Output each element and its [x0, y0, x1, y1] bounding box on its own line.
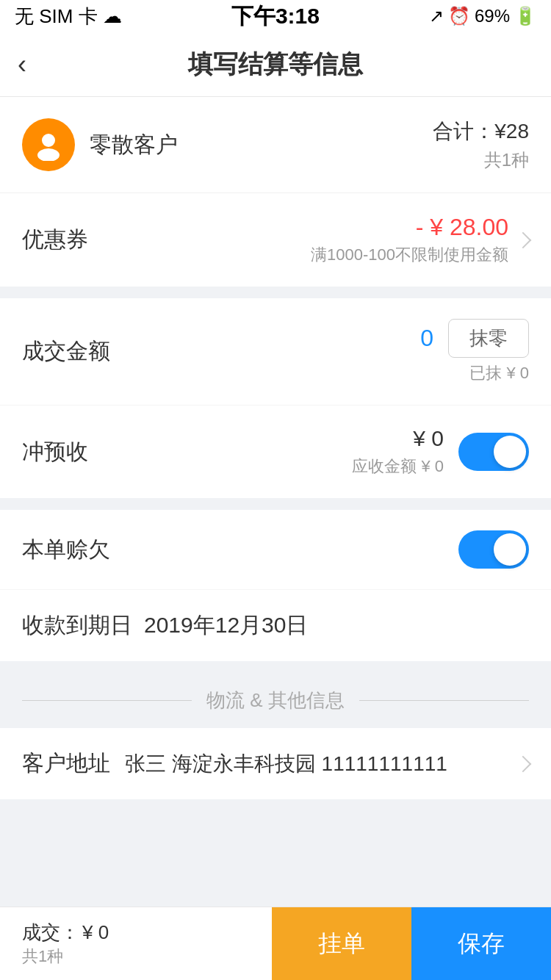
- status-bar-left: 无 SIM 卡 ☁: [15, 4, 122, 29]
- round-button[interactable]: 抹零: [448, 319, 529, 358]
- avatar-icon: [32, 129, 65, 161]
- bottom-deal-info: 成交： ¥ 0 共1种: [0, 907, 272, 980]
- logistics-label: 物流 & 其他信息: [206, 688, 345, 713]
- customer-summary: 合计：¥28 共1种: [433, 118, 529, 172]
- coupon-desc: 满1000-100不限制使用金额: [311, 244, 508, 266]
- pre-receipt-toggle[interactable]: [458, 433, 529, 471]
- deal-label: 成交金额: [22, 336, 110, 367]
- chevron-right-icon: [515, 231, 532, 248]
- due-date-row[interactable]: 收款到期日 2019年12月30日: [0, 589, 551, 661]
- battery-text: 69%: [475, 6, 510, 26]
- location-icon: ↗: [429, 6, 444, 26]
- address-value: 张三 海淀永丰科技园 11111111111: [110, 750, 517, 778]
- save-button[interactable]: 保存: [411, 907, 551, 980]
- address-chevron-icon: [515, 755, 532, 772]
- no-sim-text: 无 SIM 卡 ☁: [15, 4, 122, 29]
- status-bar-time: 下午3:18: [231, 1, 320, 32]
- nav-bar: ‹ 填写结算等信息: [0, 32, 551, 97]
- avatar: [22, 118, 75, 171]
- bottom-count: 共1种: [22, 945, 250, 968]
- coupon-label: 优惠券: [22, 225, 88, 255]
- status-bar: 无 SIM 卡 ☁ 下午3:18 ↗ ⏰ 69% 🔋: [0, 0, 551, 32]
- deal-row: 成交金额 0 抹零 已抹 ¥ 0: [0, 298, 551, 406]
- logistics-divider: 物流 & 其他信息: [0, 673, 551, 728]
- back-button[interactable]: ‹: [18, 49, 26, 80]
- toggle-knob: [494, 436, 526, 468]
- svg-point-1: [37, 148, 60, 161]
- pre-receipt-sub: 应收金额 ¥ 0: [352, 455, 444, 478]
- bottom-bar: 成交： ¥ 0 共1种 挂单 保存: [0, 907, 551, 980]
- debt-toggle[interactable]: [458, 530, 529, 569]
- debt-section: 本单赊欠 收款到期日 2019年12月30日: [0, 510, 551, 661]
- deal-amount-value: 0: [420, 325, 433, 352]
- bottom-deal-row: 成交： ¥ 0: [22, 920, 250, 945]
- pre-receipt-label: 冲预收: [22, 437, 88, 467]
- coupon-right: - ¥ 28.00 满1000-100不限制使用金额: [311, 214, 529, 266]
- address-section: 客户地址 张三 海淀永丰科技园 11111111111: [0, 728, 551, 799]
- deal-sub-text: 已抹 ¥ 0: [420, 362, 529, 384]
- page-title: 填写结算等信息: [188, 48, 363, 82]
- bottom-deal-label: 成交：: [22, 920, 79, 945]
- due-date-value: 2019年12月30日: [144, 610, 308, 641]
- customer-section: 零散客户 合计：¥28 共1种 优惠券 - ¥ 28.00 满1000-100不…: [0, 97, 551, 287]
- customer-row: 零散客户 合计：¥28 共1种: [0, 97, 551, 192]
- bottom-deal-amount: ¥ 0: [82, 921, 109, 944]
- battery-icon: 🔋: [514, 6, 536, 26]
- divider-line-right: [359, 700, 529, 701]
- divider-line-left: [22, 700, 192, 701]
- debt-row: 本单赊欠: [0, 510, 551, 589]
- address-row[interactable]: 客户地址 张三 海淀永丰科技园 11111111111: [0, 728, 551, 799]
- pre-receipt-amounts: ¥ 0 应收金额 ¥ 0: [352, 426, 444, 478]
- status-bar-right: ↗ ⏰ 69% 🔋: [429, 6, 536, 26]
- coupon-row[interactable]: 优惠券 - ¥ 28.00 满1000-100不限制使用金额: [0, 192, 551, 287]
- pre-receipt-right: ¥ 0 应收金额 ¥ 0: [352, 426, 529, 478]
- deal-section: 成交金额 0 抹零 已抹 ¥ 0 冲预收 ¥ 0 应收金额 ¥ 0: [0, 298, 551, 498]
- address-label: 客户地址: [22, 749, 110, 779]
- customer-name: 零散客户: [90, 130, 178, 160]
- pre-receipt-amount: ¥ 0: [413, 426, 444, 451]
- coupon-info: - ¥ 28.00 满1000-100不限制使用金额: [311, 214, 508, 266]
- customer-info-left: 零散客户: [22, 118, 178, 171]
- debt-toggle-knob: [494, 533, 526, 566]
- alarm-icon: ⏰: [448, 6, 470, 26]
- hang-order-button[interactable]: 挂单: [272, 907, 411, 980]
- pre-receipt-row: 冲预收 ¥ 0 应收金额 ¥ 0: [0, 406, 551, 498]
- customer-count: 共1种: [433, 148, 529, 172]
- deal-right: 0 抹零 已抹 ¥ 0: [420, 319, 529, 384]
- due-date-label: 收款到期日: [22, 610, 132, 641]
- debt-label: 本单赊欠: [22, 535, 110, 565]
- svg-point-0: [42, 134, 55, 147]
- deal-amount-row: 0 抹零: [420, 319, 529, 358]
- customer-total: 合计：¥28: [433, 118, 529, 145]
- coupon-amount: - ¥ 28.00: [311, 214, 508, 241]
